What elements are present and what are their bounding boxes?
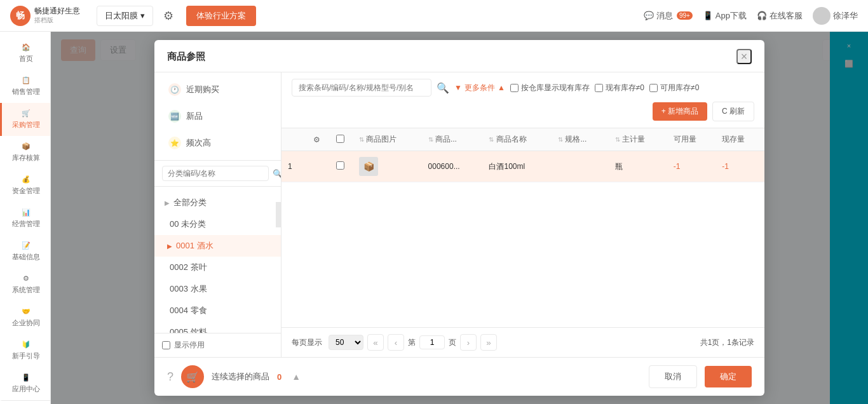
collapse-panel-button[interactable]: 《	[276, 202, 281, 227]
per-page-select[interactable]: 50 100 200	[329, 335, 363, 350]
notifications-label: 消息	[656, 10, 673, 22]
last-page-button[interactable]: »	[480, 334, 497, 351]
checkbox-stock-not-zero[interactable]: 现有库存≠0	[595, 83, 644, 93]
filter-button[interactable]: ▼ 更多条件 ▲	[454, 83, 505, 93]
sidebar-item-stock[interactable]: 📦 库存核算	[0, 136, 50, 169]
first-page-button[interactable]: «	[367, 334, 384, 351]
prev-page-button[interactable]: ‹	[388, 334, 404, 351]
system-icon: ⚙	[23, 274, 29, 283]
settings-icon-th[interactable]: ⚙	[313, 135, 320, 144]
refresh-button[interactable]: C 刷新	[712, 102, 754, 121]
user-item[interactable]: 徐泽华	[813, 7, 858, 25]
cat-label-all: 全部分类	[173, 197, 207, 208]
quick-item-recent[interactable]: 🕐 近期购买	[162, 79, 273, 100]
sidebar-label-finance: 资金管理	[12, 186, 40, 196]
finance-icon: 💰	[22, 175, 31, 184]
sidebar-item-apps[interactable]: 📱 应用中心	[0, 367, 50, 400]
category-liquor[interactable]: ▶ 0001 酒水	[154, 235, 281, 257]
sidebar-item-collab[interactable]: 🤝 企业协同	[0, 301, 50, 334]
display-disabled-checkbox[interactable]	[162, 341, 170, 349]
username-label: 徐泽华	[833, 10, 858, 22]
logo-area: 畅 畅捷通好生意 搭档版	[10, 6, 86, 26]
next-page-button[interactable]: ›	[460, 334, 477, 351]
sidebar-item-vip[interactable]: V 畅会员	[0, 400, 50, 404]
category-snack[interactable]: 0004 零食	[154, 300, 281, 321]
sidebar-item-sales[interactable]: 📋 销售管理	[0, 70, 50, 103]
cancel-button[interactable]: 取消	[649, 365, 697, 388]
checkbox-warehouse-input[interactable]	[510, 84, 519, 92]
cat-label-beverage: 0005 饮料	[170, 327, 207, 333]
checkbox-warehouse[interactable]: 按仓库显示现有库存	[510, 83, 590, 93]
sort-code-icon: ⇅	[428, 136, 433, 143]
trial-button[interactable]: 体验行业方案	[186, 6, 256, 26]
search-icon[interactable]: 🔍	[437, 82, 449, 94]
settings-icon[interactable]: ⚙	[158, 6, 179, 26]
sort-spec-icon: ⇅	[558, 136, 563, 143]
notifications-badge: 99+	[677, 11, 693, 20]
product-search-input[interactable]	[292, 79, 431, 97]
help-icon[interactable]: ?	[167, 370, 173, 384]
checkbox-available-not-zero[interactable]: 可用库存≠0	[649, 83, 699, 93]
purchase-icon: 🛒	[22, 109, 31, 118]
sidebar-label-collab: 企业协同	[12, 318, 40, 328]
nav-selector-text: 日太阳膜	[105, 10, 138, 22]
confirm-button[interactable]: 确定	[705, 366, 752, 387]
category-search-input[interactable]	[162, 166, 269, 181]
sidebar-item-guide[interactable]: 🔰 新手引导	[0, 334, 50, 367]
row-checkbox[interactable]	[336, 161, 344, 170]
frequent-label: 频次高	[186, 137, 211, 149]
sidebar-label-manage: 经营管理	[12, 219, 40, 229]
cat-arrow-liquor: ▶	[167, 243, 172, 250]
sidebar-item-home[interactable]: 🏠 首页	[0, 37, 50, 70]
checkbox-available-label: 可用库存≠0	[660, 83, 699, 93]
notifications-item[interactable]: 💬 消息 99+	[644, 10, 693, 22]
cell-num: 1	[281, 151, 307, 182]
cell-name: 白酒100ml	[482, 151, 552, 182]
avatar	[813, 7, 831, 25]
select-all-checkbox[interactable]	[336, 135, 344, 143]
product-reference-modal: 商品参照 × 🕐 近期购买 🆕 新品	[154, 40, 764, 396]
category-all[interactable]: ▶ 全部分类	[154, 192, 281, 213]
modal-title: 商品参照	[167, 51, 205, 63]
cat-label-tea: 0002 茶叶	[170, 262, 207, 273]
sidebar-label-system: 系统管理	[12, 285, 40, 295]
online-service-item[interactable]: 🎧 在线客服	[757, 10, 803, 22]
cart-label: 连续选择的商品	[212, 371, 269, 382]
sidebar-item-info[interactable]: 📝 基础信息	[0, 235, 50, 268]
per-page-label: 每页显示	[292, 337, 322, 348]
checkbox-stock-input[interactable]	[595, 84, 603, 92]
cell-img: 📦	[353, 151, 422, 182]
quick-item-new[interactable]: 🆕 新品	[162, 105, 273, 127]
modal-close-button[interactable]: ×	[736, 49, 752, 64]
new-label: 新品	[186, 111, 203, 122]
sidebar-item-purchase[interactable]: 🛒 采购管理	[0, 103, 50, 136]
dropdown-icon: ▾	[140, 11, 145, 20]
category-fruit[interactable]: 0003 水果	[154, 278, 281, 300]
category-search-icon[interactable]: 🔍	[273, 169, 281, 178]
col-checkbox2	[330, 128, 353, 151]
app-download-item[interactable]: 📱 App下载	[703, 10, 747, 22]
sidebar-item-system[interactable]: ⚙ 系统管理	[0, 268, 50, 301]
col-img: ⇅ 商品图片	[353, 128, 422, 151]
category-beverage[interactable]: 0005 饮料	[154, 321, 281, 333]
table-row[interactable]: 1 📦 000600... 白酒100ml	[281, 151, 764, 182]
filter-up-icon: ▲	[498, 83, 505, 92]
right-panel: 🔍 ▼ 更多条件 ▲ 按仓库显示现有库存 现有库存≠0	[281, 72, 764, 357]
recent-label: 近期购买	[186, 84, 219, 95]
collab-icon: 🤝	[22, 307, 31, 316]
sidebar-item-manage[interactable]: 📊 经营管理	[0, 202, 50, 235]
category-tea[interactable]: 0002 茶叶	[154, 257, 281, 278]
checkbox-available-input[interactable]	[649, 84, 658, 92]
category-uncategorized[interactable]: 00 未分类	[154, 213, 281, 235]
add-product-button[interactable]: + 新增商品	[653, 102, 707, 121]
page-number-input[interactable]	[419, 335, 445, 349]
sidebar-label-info: 基础信息	[12, 252, 40, 262]
col-name: ⇅ 商品名称	[482, 128, 552, 151]
sidebar-item-finance[interactable]: 💰 资金管理	[0, 169, 50, 202]
quick-item-frequent[interactable]: ⭐ 频次高	[162, 132, 273, 154]
cell-checkbox	[330, 151, 353, 182]
collapse-up-icon[interactable]: ▲	[292, 372, 301, 382]
nav-selector[interactable]: 日太阳膜 ▾	[97, 6, 153, 26]
cart-button[interactable]: 🛒	[181, 365, 204, 388]
checkbox-stock-label: 现有库存≠0	[606, 83, 644, 93]
